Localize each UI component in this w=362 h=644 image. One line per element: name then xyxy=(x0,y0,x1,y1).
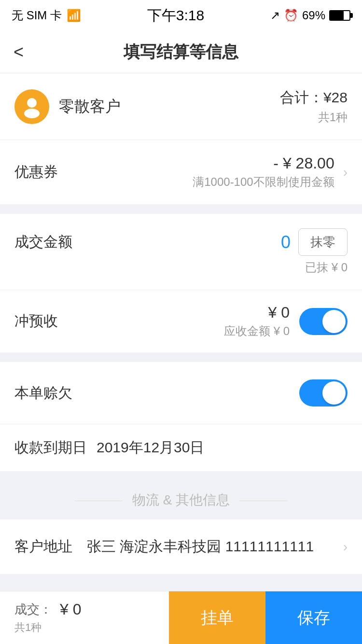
section-divider-2 xyxy=(0,352,362,362)
prereceive-label: 冲预收 xyxy=(14,311,58,331)
user-icon xyxy=(20,95,43,118)
bottom-transaction-amount: ¥ 0 xyxy=(60,601,81,618)
amount-value[interactable]: 0 xyxy=(281,232,291,252)
customer-avatar xyxy=(14,89,49,124)
debt-row: 本单赊欠 xyxy=(0,362,362,424)
wifi-icon: 📶 xyxy=(67,9,81,22)
prereceive-right: ¥ 0 应收金额 ¥ 0 xyxy=(224,304,348,339)
battery-icon xyxy=(329,10,350,21)
back-button[interactable]: < xyxy=(14,42,24,62)
debt-toggle[interactable] xyxy=(299,379,348,406)
toggle-knob xyxy=(322,310,346,333)
duedate-label: 收款到期日 xyxy=(14,438,87,458)
bottom-info: 成交： ¥ 0 共1种 xyxy=(0,591,169,644)
prereceive-row: 冲预收 ¥ 0 应收金额 ¥ 0 xyxy=(0,290,362,352)
section-divider-1 xyxy=(0,204,362,214)
coupon-right: - ¥ 28.00 满1000-100不限制使用金额 › xyxy=(193,154,348,190)
amount-row: 成交金额 0 抹零 xyxy=(14,228,348,256)
logistics-label: 物流 & 其他信息 xyxy=(65,491,297,509)
battery-percent: 69% xyxy=(302,9,325,22)
section-divider-3 xyxy=(0,471,362,481)
customer-right: 合计：¥28 共1种 xyxy=(280,88,348,125)
duedate-value: 2019年12月30日 xyxy=(97,438,204,458)
bottom-transaction: 成交： ¥ 0 xyxy=(14,601,154,618)
amount-right: 0 抹零 xyxy=(281,228,348,256)
amount-label: 成交金额 xyxy=(14,232,72,252)
amount-section: 成交金额 0 抹零 已抹 ¥ 0 xyxy=(0,214,362,290)
total-count: 共1种 xyxy=(280,110,348,125)
save-button[interactable]: 保存 xyxy=(265,591,362,644)
status-left: 无 SIM 卡 📶 xyxy=(12,8,81,23)
carrier-text: 无 SIM 卡 xyxy=(12,8,62,23)
coupon-row[interactable]: 优惠券 - ¥ 28.00 满1000-100不限制使用金额 › xyxy=(0,140,362,204)
logistics-divider: 物流 & 其他信息 xyxy=(0,481,362,519)
coupon-desc: 满1000-100不限制使用金额 xyxy=(193,174,334,190)
status-time: 下午3:18 xyxy=(147,6,204,26)
duedate-row[interactable]: 收款到期日 2019年12月30日 xyxy=(0,424,362,471)
nav-bar: < 填写结算等信息 xyxy=(0,31,362,73)
svg-point-0 xyxy=(27,98,37,108)
bottom-transaction-label: 成交： xyxy=(14,601,52,618)
customer-name: 零散客户 xyxy=(59,96,121,117)
alarm-icon: ⏰ xyxy=(284,9,298,22)
round-button[interactable]: 抹零 xyxy=(298,228,348,256)
debt-label: 本单赊欠 xyxy=(14,383,72,403)
pre-amount-sub: 应收金额 ¥ 0 xyxy=(224,323,290,339)
customer-section: 零散客户 合计：¥28 共1种 xyxy=(0,73,362,140)
coupon-discount: - ¥ 28.00 xyxy=(193,154,334,172)
coupon-info: - ¥ 28.00 满1000-100不限制使用金额 xyxy=(193,154,334,190)
pre-amount-main: ¥ 0 xyxy=(224,304,290,322)
bottom-count: 共1种 xyxy=(14,620,154,635)
amount-sub: 已抹 ¥ 0 xyxy=(14,260,348,275)
status-bar: 无 SIM 卡 📶 下午3:18 ↗ ⏰ 69% xyxy=(0,0,362,31)
main-content: 零散客户 合计：¥28 共1种 优惠券 - ¥ 28.00 满1000-100不… xyxy=(0,73,362,644)
page-title: 填写结算等信息 xyxy=(124,41,238,63)
svg-point-1 xyxy=(24,109,40,118)
coupon-label: 优惠券 xyxy=(14,162,58,182)
customer-left: 零散客户 xyxy=(14,89,121,124)
address-chevron-icon: › xyxy=(343,539,348,555)
bottom-bar: 成交： ¥ 0 共1种 挂单 保存 xyxy=(0,591,362,644)
total-amount: 合计：¥28 xyxy=(280,88,348,108)
prereceive-amount: ¥ 0 应收金额 ¥ 0 xyxy=(224,304,290,339)
status-right: ↗ ⏰ 69% xyxy=(270,9,350,22)
location-icon: ↗ xyxy=(270,9,280,22)
prereceive-toggle[interactable] xyxy=(299,308,348,335)
address-label: 客户地址 xyxy=(14,537,72,557)
debt-toggle-knob xyxy=(322,381,346,405)
hold-button[interactable]: 挂单 xyxy=(169,591,265,644)
address-row[interactable]: 客户地址 张三 海淀永丰科技园 11111111111 › xyxy=(0,519,362,574)
chevron-right-icon: › xyxy=(343,165,348,180)
address-value: 张三 海淀永丰科技园 11111111111 xyxy=(87,537,339,557)
